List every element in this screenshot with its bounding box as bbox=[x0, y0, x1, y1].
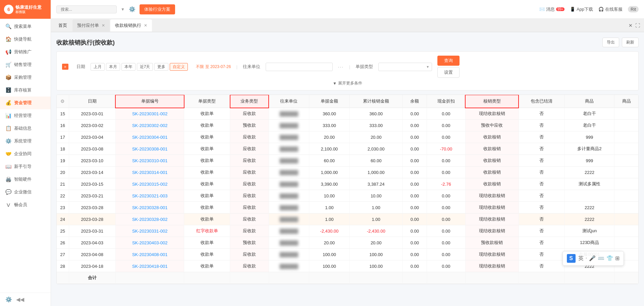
tab-close-all-icon[interactable]: ✕ bbox=[629, 23, 633, 28]
td-balance: 0.00 bbox=[402, 225, 427, 237]
sidebar-item-vip[interactable]: V 畅会员 bbox=[0, 198, 51, 211]
tab-collection-close-icon[interactable]: ✕ bbox=[144, 23, 147, 28]
td-code[interactable]: SK-20230310-001 bbox=[115, 155, 184, 167]
td-no: 25 bbox=[57, 225, 69, 237]
td-code[interactable]: SK-20230308-001 bbox=[115, 143, 184, 155]
td-biz-type: 应收款 bbox=[230, 260, 269, 272]
td-product1: 测试多属性 bbox=[565, 178, 614, 190]
sidebar-item-wechat[interactable]: 💬 企业微信 bbox=[0, 186, 51, 198]
td-accum-cancel: 20.00 bbox=[350, 237, 403, 249]
this-year-btn[interactable]: 本年 bbox=[121, 63, 136, 71]
collapse-icon[interactable]: ◀◀ bbox=[16, 296, 24, 303]
tab-expand-icon[interactable]: ⛶ bbox=[635, 23, 640, 28]
hardware-icon: 🖨️ bbox=[5, 176, 11, 182]
th-product1: 商品 bbox=[565, 95, 614, 108]
td-code[interactable]: SK-20230328-002 bbox=[115, 213, 184, 225]
td-cash-discount: 0.00 bbox=[427, 120, 465, 131]
td-code[interactable]: SK-20230403-002 bbox=[115, 237, 184, 249]
sidebar-item-sales[interactable]: 🛒 销售管理 bbox=[0, 58, 51, 71]
tab-collection[interactable]: 收款核销执行 ✕ bbox=[110, 19, 152, 32]
more-btn[interactable]: 更多 bbox=[154, 63, 168, 71]
td-biz-type: 预收款 bbox=[230, 120, 269, 131]
td-partner: ██████ bbox=[269, 249, 309, 260]
td-code[interactable]: SK-20230314-001 bbox=[115, 167, 184, 178]
topbar-gear-icon[interactable]: ⚙️ bbox=[129, 6, 136, 12]
td-cash-discount: 0.00 bbox=[427, 155, 465, 167]
td-balance: 0.00 bbox=[402, 167, 427, 178]
td-code[interactable]: SK-20230418-001 bbox=[115, 260, 184, 272]
td-slip-type: 收款单 bbox=[184, 249, 230, 260]
td-code[interactable]: SK-20230301-002 bbox=[115, 108, 184, 120]
th-biz-type: 业务类型 bbox=[230, 95, 269, 108]
recent-7-btn[interactable]: 近7天 bbox=[137, 63, 153, 71]
td-date: 2023-03-04 bbox=[69, 131, 115, 143]
expand-more-button[interactable]: ▼ 展开更多条件 bbox=[333, 80, 362, 86]
td-partner: ██████ bbox=[269, 120, 309, 131]
tabbar: 首页 预付应付单 ✕ 收款核销执行 ✕ ✕ ⛶ bbox=[51, 19, 644, 32]
td-balance: 0.00 bbox=[402, 237, 427, 249]
td-code[interactable]: SK-20230302-002 bbox=[115, 120, 184, 131]
purchase-icon: 📦 bbox=[5, 74, 11, 80]
td-code[interactable]: SK-20230321-003 bbox=[115, 190, 184, 202]
sidebar-item-collab[interactable]: 🤝 企业协同 bbox=[0, 147, 51, 160]
td-date: 2023-03-31 bbox=[69, 225, 115, 237]
slip-type-select[interactable] bbox=[378, 63, 432, 71]
td-code[interactable]: SK-20230408-001 bbox=[115, 249, 184, 260]
tab-home[interactable]: 首页 bbox=[54, 19, 72, 32]
sidebar-item-nav[interactable]: 🏠 快捷导航 bbox=[0, 33, 51, 46]
custom-btn[interactable]: 自定义 bbox=[170, 63, 188, 71]
sidebar-item-inventory[interactable]: 🗄️ 库存核算 bbox=[0, 84, 51, 97]
td-accum-cancel: 1.00 bbox=[350, 213, 403, 225]
td-included: 否 bbox=[519, 260, 565, 272]
refresh-button[interactable]: 刷新 bbox=[622, 38, 639, 47]
td-slip-type: 收款单 bbox=[184, 213, 230, 225]
sidebar-item-hardware[interactable]: 🖨️ 智能硬件 bbox=[0, 173, 51, 186]
partner-filter-input[interactable] bbox=[266, 63, 333, 71]
td-cancel-type: 现结收款核销 bbox=[465, 260, 519, 272]
last-month-btn[interactable]: 上月 bbox=[91, 63, 105, 71]
sidebar-item-search[interactable]: 🔍 搜索菜单 bbox=[0, 20, 51, 33]
user-avatar[interactable]: Rit bbox=[628, 6, 639, 12]
td-no: 21 bbox=[57, 178, 69, 190]
app-download-action[interactable]: 📱 App下载 bbox=[570, 6, 593, 12]
online-service-action[interactable]: 🎧 在线客服 bbox=[598, 6, 623, 12]
th-partner: 往来单位 bbox=[269, 95, 309, 108]
topbar-search-input[interactable] bbox=[56, 5, 117, 13]
export-button[interactable]: 导出 bbox=[602, 38, 619, 47]
tab-prepay[interactable]: 预付应付单 ✕ bbox=[72, 19, 110, 32]
tab-prepay-close-icon[interactable]: ✕ bbox=[102, 23, 105, 28]
th-cash-discount: 现金折扣 bbox=[427, 95, 465, 108]
th-amount: 单据金额 bbox=[309, 95, 350, 108]
td-cancel-type: 现结收款核销 bbox=[465, 225, 519, 237]
td-cancel-type: 现结收款核销 bbox=[465, 213, 519, 225]
column-settings-icon[interactable]: ⚙ bbox=[60, 99, 65, 104]
td-code[interactable]: SK-20230331-002 bbox=[115, 225, 184, 237]
td-amount: 333.00 bbox=[309, 120, 350, 131]
filter-area: » 日期 上月 本月 本年 近7天 更多 自定义 不限 至 2023-07-26… bbox=[56, 51, 639, 90]
td-biz-type: 应收款 bbox=[230, 143, 269, 155]
sidebar-item-system[interactable]: ⚙️ 系统管理 bbox=[0, 135, 51, 147]
td-biz-type: 应收款 bbox=[230, 202, 269, 213]
td-code[interactable]: SK-20230315-002 bbox=[115, 178, 184, 190]
sidebar-item-finance[interactable]: 💰 资金管理 bbox=[0, 97, 51, 109]
td-code[interactable]: SK-20230328-001 bbox=[115, 202, 184, 213]
th-settings[interactable]: ⚙ bbox=[57, 95, 69, 108]
sidebar-item-base[interactable]: 📋 基础信息 bbox=[0, 122, 51, 135]
settings-bottom-icon[interactable]: ⚙️ bbox=[5, 296, 12, 303]
dropdown-arrow-icon[interactable]: ▼ bbox=[121, 7, 125, 12]
setting-button[interactable]: 设置 bbox=[437, 67, 460, 78]
this-month-btn[interactable]: 本月 bbox=[106, 63, 120, 71]
query-button[interactable]: 查询 bbox=[437, 56, 460, 66]
td-product1: 测试jun bbox=[565, 225, 614, 237]
message-action[interactable]: ✉️ 消息 99+ bbox=[539, 6, 565, 12]
td-amount: 3,390.00 bbox=[309, 178, 350, 190]
sidebar-item-guide[interactable]: 📖 新手引导 bbox=[0, 160, 51, 173]
filter-expand-button[interactable]: » bbox=[62, 64, 68, 70]
td-product2 bbox=[614, 249, 638, 260]
sidebar-item-marketing[interactable]: 📢 营销推广 bbox=[0, 46, 51, 58]
sidebar-item-purchase[interactable]: 📦 采购管理 bbox=[0, 71, 51, 84]
industry-solution-button[interactable]: 体验行业方案 bbox=[140, 4, 175, 14]
td-code[interactable]: SK-20230304-001 bbox=[115, 131, 184, 143]
td-no: 18 bbox=[57, 143, 69, 155]
sidebar-item-operations[interactable]: 📊 经营管理 bbox=[0, 109, 51, 122]
